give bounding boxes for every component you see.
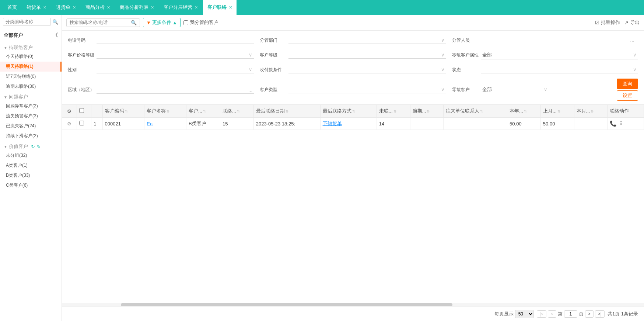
my-customers-checkbox-area[interactable]: 我分管的客户 xyxy=(183,19,218,26)
th-customer-type[interactable]: 客户...⇅ xyxy=(186,105,220,118)
select-all-checkbox[interactable] xyxy=(79,108,84,113)
close-product-analysis-icon[interactable]: ✕ xyxy=(107,5,110,10)
filter-region-ellipsis[interactable]: ... xyxy=(248,87,253,93)
nav-customer-segmentation[interactable]: 客户分层经营 ✕ xyxy=(159,0,202,15)
refresh-value-icon[interactable]: ↻ xyxy=(31,144,35,149)
last-page-btn[interactable]: >| xyxy=(595,310,605,318)
filter-gender-label: 性别 xyxy=(68,67,94,73)
checkbox-batch-icon: ☑ xyxy=(595,20,599,25)
filter-customer-type-select[interactable]: ∨ xyxy=(288,86,446,93)
filter-payment: 收付款条件 ∨ xyxy=(260,64,446,76)
prev-page-btn[interactable]: < xyxy=(548,310,556,318)
export-btn[interactable]: ↗ 导出 xyxy=(624,19,640,26)
phone-action-icon[interactable]: 📞 xyxy=(610,120,617,127)
close-customer-contact-icon[interactable]: ✕ xyxy=(229,5,232,10)
next-page-btn[interactable]: > xyxy=(585,310,594,318)
th-unit-contacts[interactable]: 往来单位联系人⇅ xyxy=(444,105,507,118)
search-input[interactable] xyxy=(70,20,131,25)
filter-dept-label: 分管部门 xyxy=(260,37,286,44)
filter-retail-customer-select[interactable]: 全部 ∨ xyxy=(481,86,549,94)
sidebar-item-overdue-contact[interactable]: 逾期未联络(30) xyxy=(0,82,62,92)
first-page-btn[interactable]: |< xyxy=(537,310,546,318)
scrollbar-thumb[interactable] xyxy=(121,303,452,306)
nav-product-analysis-list[interactable]: 商品分析列表 ✕ xyxy=(115,0,158,15)
sidebar-search-icon[interactable]: 🔍 xyxy=(52,19,58,25)
close-purchase-order-icon[interactable]: ✕ xyxy=(73,5,76,10)
search-icon[interactable]: 🔍 xyxy=(131,20,137,25)
nav-product-analysis[interactable]: 商品分析 ✕ xyxy=(81,0,115,15)
nav-home[interactable]: 首页 xyxy=(3,0,21,15)
th-last-month[interactable]: 上月...⇅ xyxy=(540,105,574,118)
th-name[interactable]: 客户名称⇅ xyxy=(144,105,186,118)
th-code[interactable]: 客户编码⇅ xyxy=(102,105,144,118)
th-not-contacted[interactable]: 未联...⇅ xyxy=(377,105,410,118)
sidebar-item-class-b[interactable]: B类客户(33) xyxy=(0,170,62,180)
sidebar-item-declining[interactable]: 持续下滑客户(2) xyxy=(0,131,62,141)
section-value-customers[interactable]: ▼ 价值客户 ↻ ✎ xyxy=(0,141,62,151)
sidebar-item-today-pending[interactable]: 今天待联络(0) xyxy=(0,52,62,62)
close-product-analysis-list-icon[interactable]: ✕ xyxy=(151,5,154,10)
row-this-year: 50.00 xyxy=(507,118,541,130)
filter-customer-level-label: 客户等级 xyxy=(260,52,286,58)
sidebar-all-customers[interactable]: 全部客户 《 xyxy=(0,29,62,42)
horizontal-scrollbar[interactable] xyxy=(62,303,644,307)
filter-manager-input: ... xyxy=(481,37,636,44)
th-last-contact-method[interactable]: 最后联络方式⇅ xyxy=(320,105,377,118)
nav-sales-order[interactable]: 销货单 ✕ xyxy=(22,0,51,15)
filter-status-select[interactable]: ∨ xyxy=(481,66,638,73)
sidebar-item-ungrouped[interactable]: 未分组(32) xyxy=(0,151,62,160)
row-last-contact-method[interactable]: 下销货单 xyxy=(320,118,377,130)
table-row: ⚙ 1 000021 Ea B类客户 15 2023-05-23 18:25: … xyxy=(62,118,644,130)
nav-purchase-order[interactable]: 进货单 ✕ xyxy=(52,0,80,15)
th-this-month[interactable]: 本月...⇅ xyxy=(574,105,608,118)
section-pending-contact[interactable]: ▼ 待联络客户 xyxy=(0,42,62,52)
row-gear[interactable]: ⚙ xyxy=(62,118,77,130)
grid-action-icon[interactable]: ⠿ xyxy=(619,120,623,127)
page-size-dropdown[interactable]: 50 100 200 xyxy=(515,310,534,318)
filter-gender-select[interactable]: ∨ xyxy=(97,66,254,73)
th-checkbox[interactable] xyxy=(77,105,91,118)
filter-payment-select[interactable]: ∨ xyxy=(288,66,446,73)
query-button[interactable]: 查询 xyxy=(617,79,638,89)
sidebar-item-class-a[interactable]: A类客户(1) xyxy=(0,160,62,170)
filter-phone-input[interactable] xyxy=(97,37,254,44)
th-last-contact-date[interactable]: 最后联络日期⇅ xyxy=(253,105,320,118)
row-num: 1 xyxy=(91,118,102,130)
sort-icon-5: ⇅ xyxy=(286,109,288,113)
section-problem-customers[interactable]: ▼ 问题客户 xyxy=(0,92,62,101)
th-contacts[interactable]: 联络...⇅ xyxy=(220,105,254,118)
filter-retail-attr-select[interactable]: 全部 ∨ xyxy=(481,51,638,59)
page-number-input[interactable] xyxy=(564,310,577,318)
nav-customer-contact[interactable]: 客户联络 ✕ xyxy=(203,0,237,15)
sidebar-item-churn-warning[interactable]: 流失预警客户(3) xyxy=(0,111,62,121)
sidebar-item-tomorrow-pending[interactable]: 明天待联络(1) xyxy=(0,62,62,72)
sidebar-search-input[interactable] xyxy=(3,18,51,26)
edit-value-icon[interactable]: ✎ xyxy=(36,144,41,149)
close-sales-order-icon[interactable]: ✕ xyxy=(43,5,46,10)
filter-price-level-select[interactable]: ∨ xyxy=(97,51,254,59)
filter-manager: 分管人员 ... xyxy=(452,34,638,46)
th-this-year[interactable]: 本年...⇅ xyxy=(507,105,541,118)
settings-button[interactable]: 设置 xyxy=(617,90,638,101)
filter-manager-ellipsis[interactable]: ... xyxy=(630,37,634,43)
filter-customer-level-select[interactable]: ∨ xyxy=(288,51,446,59)
main-layout: 🔍 全部客户 《 ▼ 待联络客户 今天待联络(0) 明天待联络(1) 近7天待联… xyxy=(0,15,644,321)
sort-icon-2: ⇅ xyxy=(167,109,169,113)
sidebar-item-class-c[interactable]: C类客户(6) xyxy=(0,180,62,190)
my-customers-checkbox[interactable] xyxy=(183,20,188,25)
filter-status: 状态 ∨ xyxy=(452,64,638,76)
sidebar-item-repurchase-abnormal[interactable]: 回购异常客户(2) xyxy=(0,101,62,111)
th-gear[interactable]: ⚙ xyxy=(62,105,77,118)
close-customer-segmentation-icon[interactable]: ✕ xyxy=(195,5,198,10)
batch-op-btn[interactable]: ☑ 批量操作 xyxy=(595,19,620,26)
sidebar-item-churned[interactable]: 已流失客户(24) xyxy=(0,121,62,131)
sort-icon-7: ⇅ xyxy=(393,109,396,113)
sidebar-collapse-icon[interactable]: 《 xyxy=(53,32,58,39)
filter-customer-level: 客户等级 ∨ xyxy=(260,49,446,61)
row-checkbox[interactable] xyxy=(77,118,91,130)
filter-dept-select[interactable]: ∨ xyxy=(288,37,446,44)
filter-price-level: 客户价格等级 ∨ xyxy=(68,49,254,61)
sidebar-item-7days-pending[interactable]: 近7天待联络(0) xyxy=(0,72,62,82)
th-overdue[interactable]: 逾期...⇅ xyxy=(410,105,444,118)
more-conditions-btn[interactable]: ▼ 更多条件 ▲ xyxy=(143,18,181,27)
